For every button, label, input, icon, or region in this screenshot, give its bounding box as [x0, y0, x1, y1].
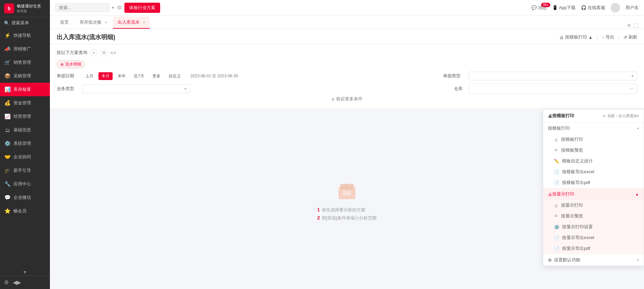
- sidebar-item-system[interactable]: ⚙️ 系统管理: [0, 137, 50, 150]
- biz-type-label: 业务类型: [57, 86, 77, 92]
- expand-icon[interactable]: ⛶: [634, 23, 639, 28]
- dropdown-item-template-print[interactable]: 🖨 按模板打印: [543, 134, 644, 145]
- pdf-icon: 📄: [554, 246, 559, 251]
- date-btn-custom[interactable]: 自定义: [166, 72, 184, 80]
- online-service-btn[interactable]: 🎧 在线客服: [581, 5, 605, 11]
- filter-add-btn[interactable]: +: [90, 49, 97, 56]
- page-header: 出入库流水(流水明细) 🖨 按模板打印 ▲ | ↑ 导出 | ↺: [50, 29, 644, 44]
- topbar-left: ▾ ⚙ 体验行业方案: [55, 3, 527, 13]
- scroll-down-icon[interactable]: ▼: [23, 269, 27, 275]
- chevron-down-icon[interactable]: ▾: [112, 5, 114, 10]
- sidebar-item-operations[interactable]: 📈 经营管理: [0, 110, 50, 123]
- tab-flow[interactable]: 出入库流水 ×: [113, 17, 150, 29]
- date-btn-last-month[interactable]: 上月: [82, 72, 96, 80]
- filter-header: 按以下方案查询 + ⚙ «»: [57, 49, 637, 56]
- eye-icon: 👁: [554, 148, 558, 153]
- tab-home[interactable]: 首页: [55, 17, 74, 29]
- sidebar-item-app-center[interactable]: 🔧 应用中心: [0, 177, 50, 191]
- sidebar-scroll-down[interactable]: ▼: [0, 269, 50, 275]
- dropdown-item-display-print[interactable]: 🖨 按显示打印: [543, 200, 644, 211]
- date-btn-this-month[interactable]: 本月: [98, 72, 113, 80]
- app-download-btn[interactable]: 📱 App下载: [552, 5, 576, 11]
- message-btn[interactable]: 💬 消息 99+: [531, 5, 547, 11]
- tab-flow-close[interactable]: ×: [143, 20, 145, 24]
- date-btn-this-year[interactable]: 本年: [115, 72, 129, 80]
- printer-icon: 🖨: [559, 35, 564, 40]
- settings-icon[interactable]: ⚙: [4, 279, 9, 286]
- page-actions: 🖨 按模板打印 ▲ | ↑ 导出 | ↺ 刷新: [559, 34, 637, 40]
- filter-date-row: 单据日期 上月 本月 本年 近7天 更多 自定义 2023-06-01 至 20…: [57, 72, 637, 80]
- collapse-icon[interactable]: ◀▶: [13, 279, 21, 286]
- sidebar-item-marketing[interactable]: 📣 营销推广: [0, 42, 50, 56]
- tab-batch[interactable]: 库存批次账 ×: [75, 17, 112, 29]
- dropdown-section-template-header[interactable]: 按模板打印 ▾: [543, 123, 644, 134]
- search-icon: 🔍: [4, 21, 9, 26]
- message-icon: 💬: [531, 5, 537, 10]
- content-area: 1 请先选择要分析的方案 2 用[筛选]条件来缩小分析范围 🖨 按模板打印: [50, 109, 644, 289]
- filter-collapse-btn[interactable]: «»: [110, 50, 116, 56]
- date-btn-7days[interactable]: 近7天: [131, 72, 147, 80]
- dropdown-item-display-excel[interactable]: 📄 按显示导出excel: [543, 232, 644, 243]
- quick-nav-icon: ⚡: [4, 32, 11, 39]
- sidebar-item-basics[interactable]: 🗂 基础信息: [0, 123, 50, 137]
- sidebar-item-finance[interactable]: 💰 资金管理: [0, 96, 50, 110]
- sidebar-item-quick-nav[interactable]: ⚡ 快捷导航: [0, 29, 50, 42]
- print-template-btn[interactable]: 🖨 按模板打印 ▲: [559, 34, 593, 40]
- filter-area: 按以下方案查询 + ⚙ «» ⊗ 流水明细 单据日期 上月: [50, 44, 644, 109]
- doc-type-select[interactable]: ▾: [469, 72, 637, 80]
- app-logo-icon: b: [4, 3, 14, 14]
- export-btn[interactable]: ↑ 导出: [602, 34, 614, 40]
- date-btn-more[interactable]: 更多: [149, 72, 164, 80]
- sidebar-item-wechat[interactable]: 💬 企业微信: [0, 191, 50, 204]
- defaults-icon: ⚙: [548, 258, 552, 263]
- user-avatar[interactable]: [611, 3, 620, 12]
- sidebar-item-sales[interactable]: 🛒 销售管理: [0, 56, 50, 69]
- footer-chevron-icon: ▾: [637, 258, 639, 262]
- sidebar: b 畅捷通好生意 标准版 🔍 搜索菜单 ⚡ 快捷导航 📣 营销推广 🛒 销售管理…: [0, 0, 50, 289]
- dropdown-item-template-preview[interactable]: 👁 按模板预览: [543, 145, 644, 156]
- dropdown-item-template-excel[interactable]: 📄 按模板导出excel: [543, 166, 644, 177]
- more-dots-icon[interactable]: ···: [629, 86, 634, 92]
- refresh-btn[interactable]: ↺ 刷新: [623, 34, 637, 40]
- app-name: 畅捷通好生意 标准版: [17, 4, 41, 14]
- empty-illustration: [333, 177, 360, 204]
- dropdown-item-display-pdf[interactable]: 📄 按显示导出pdf: [543, 243, 644, 254]
- refresh-icon: ↺: [623, 35, 627, 40]
- filter-settings-btn[interactable]: ⚙: [100, 49, 108, 56]
- sidebar-item-guide[interactable]: 🎓 新手引导: [0, 164, 50, 177]
- filter-tag-icon: ⊗: [60, 62, 64, 67]
- headset-icon: 🎧: [581, 5, 586, 10]
- biz-type-select[interactable]: ▾: [82, 84, 190, 93]
- topbar-search-input[interactable]: [55, 3, 109, 12]
- page-content: 出入库流水(流水明细) 🖨 按模板打印 ▲ | ↑ 导出 | ↺: [50, 29, 644, 289]
- tab-batch-close[interactable]: ×: [105, 20, 107, 24]
- chevron-down-icon: ▾: [632, 74, 634, 78]
- dropdown-section-display-header[interactable]: 🖨 按显示打印 ▲: [543, 188, 644, 200]
- excel-icon: 📄: [554, 235, 559, 240]
- sidebar-search[interactable]: 🔍 搜索菜单: [0, 17, 50, 29]
- industry-btn[interactable]: 体验行业方案: [124, 3, 160, 13]
- dropdown-section-display: 🖨 按显示打印 ▲ 🖨 按显示打印 👁 按显示预览: [543, 188, 644, 254]
- sidebar-item-inventory[interactable]: 📊 库存核算: [0, 83, 50, 96]
- sidebar-item-member[interactable]: ⭐ 畅会员: [0, 204, 50, 218]
- page-title: 出入库流水(流水明细): [57, 33, 115, 41]
- topbar-gear-icon[interactable]: ⚙: [117, 4, 122, 11]
- sidebar-item-purchase[interactable]: 📦 采购管理: [0, 69, 50, 83]
- dropdown-item-template-design[interactable]: ✏️ 模板自定义设计: [543, 156, 644, 166]
- dropdown-footer-defaults[interactable]: ⚙ 设置默认功能 ▾: [543, 254, 644, 266]
- filter-biz-row: 业务类型 ▾ 仓库 ···: [57, 84, 637, 94]
- main-area: ▾ ⚙ 体验行业方案 💬 消息 99+ 📱 App下载 🎧 在线客服 用户名: [50, 0, 644, 289]
- collapse-more-btn[interactable]: ∧ 收起更多条件: [331, 96, 362, 102]
- sidebar-item-collab[interactable]: 🤝 企业协同: [0, 150, 50, 164]
- date-label: 单据日期: [57, 73, 77, 79]
- close-icon[interactable]: ✕: [627, 22, 631, 29]
- dropdown-item-display-preview[interactable]: 👁 按显示预览: [543, 211, 644, 221]
- tabs-bar: 首页 库存批次账 × 出入库流水 × ✕ ⛶: [50, 16, 644, 29]
- dropdown-item-template-pdf[interactable]: 📄 按模板导出pdf: [543, 177, 644, 188]
- filter-tag-liushui[interactable]: ⊗ 流水明细: [57, 60, 85, 68]
- printer-icon: 🖨: [554, 137, 558, 142]
- sidebar-nav: 📣 营销推广 🛒 销售管理 📦 采购管理 📊 库存核算 💰 资金管理 📈 经营管…: [0, 42, 50, 269]
- dropdown-item-display-settings[interactable]: ⚙️ 按显示打印设置: [543, 221, 644, 232]
- warehouse-select[interactable]: ···: [469, 84, 637, 94]
- dropdown-panel-header: 🖨 按模板打印 ⊳ 当前：出入库流水 ▾: [543, 109, 644, 123]
